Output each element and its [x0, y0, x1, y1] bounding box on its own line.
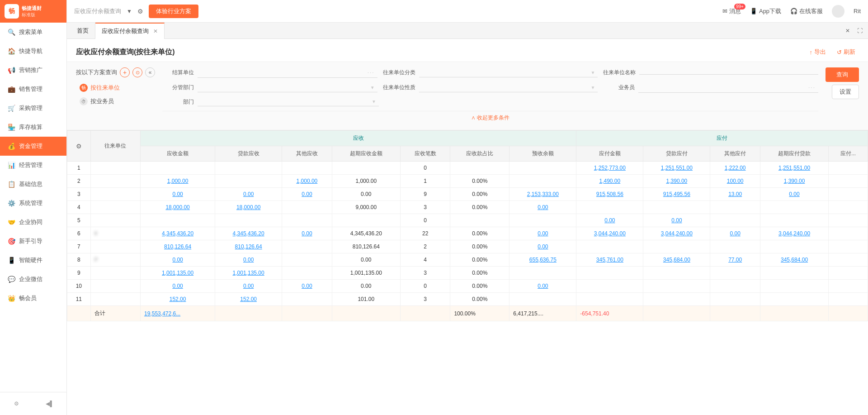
footer-ap-total: -654,751.40 [576, 306, 643, 321]
dept-input[interactable]: ▼ [198, 97, 379, 106]
table-row: 6¥4,345,436.204,345,436.200.004,345,436.… [67, 227, 868, 240]
sidebar-item-purchase[interactable]: 🛒 采购管理 [0, 99, 66, 118]
operations-icon: 📊 [7, 162, 15, 169]
unit-name-input[interactable] [639, 71, 818, 75]
sidebar-item-basic-info[interactable]: 📋 基础信息 [0, 175, 66, 194]
unit-category-input[interactable]: ▼ [419, 68, 598, 77]
sidebar-label-basic-info: 基础信息 [19, 180, 42, 188]
finance-icon: 💰 [7, 143, 15, 150]
filter-collapse-button[interactable]: « [145, 67, 155, 77]
logo-text: 畅捷通财 标准版 [22, 5, 42, 18]
header-service[interactable]: 🎧 在线客服 [790, 7, 823, 15]
col-overdue-ar: 超期应收金额 [332, 146, 400, 162]
col-ar-ratio: 应收款占比 [450, 146, 509, 162]
filter-row-2: 分管部门 ▼ 往来单位性质 ▼ [162, 82, 818, 93]
scheme-label-by-unit: 按往来单位 [90, 84, 120, 92]
header-gear-icon[interactable]: ⚙ [137, 8, 143, 15]
unit-nature-label: 往来单位性质 [383, 84, 415, 91]
sidebar-item-enterprise[interactable]: 🤝 企业协同 [0, 213, 66, 232]
header-app-download[interactable]: 📱 App下载 [750, 7, 781, 15]
sidebar-item-search[interactable]: 🔍 搜索菜单 [0, 23, 66, 42]
filter-field-settlement: 结算单位 ··· [162, 67, 377, 78]
unit-nature-input[interactable]: ▼ [419, 83, 598, 92]
header-promo-button[interactable]: 体验行业方案 [149, 5, 198, 18]
service-label: 在线客服 [799, 7, 823, 15]
col-group-ap: 应付 [576, 131, 868, 146]
scheme-icon-staff: ⏱ [80, 97, 88, 105]
export-button[interactable]: ↑ 导出 [806, 46, 830, 58]
refresh-icon: ↺ [837, 49, 842, 56]
sidebar-item-sales[interactable]: 💼 销售管理 [0, 80, 66, 99]
dept-manage-input[interactable]: ▼ [198, 83, 377, 92]
header-chevron-icon[interactable]: ▼ [127, 8, 132, 14]
sidebar-item-marketing[interactable]: 📢 营销推广 [0, 61, 66, 80]
footer-ar-total[interactable]: 19,553,472,6... [141, 306, 215, 321]
table-row: 11152.00152.00101.0030.00% [67, 293, 868, 306]
table-row: 100.000.000.000.0000.00%0.00 [67, 280, 868, 293]
col-prepaid: 预收余额 [509, 146, 576, 162]
sidebar-item-smart-hw[interactable]: 📱 智能硬件 [0, 251, 66, 270]
tab-expand-icon[interactable]: ⛶ [855, 26, 864, 36]
wechat-icon: 💬 [7, 276, 15, 283]
table-container[interactable]: ⚙ 往来单位 应收 应付 应收金额 贷款应 [67, 130, 868, 415]
sidebar-settings-btn[interactable]: ⚙ [0, 397, 33, 410]
scheme-icon-unit: 畅 [80, 84, 88, 92]
sidebar-label-guide: 新手引导 [19, 237, 42, 245]
sidebar-item-system[interactable]: ⚙️ 系统管理 [0, 194, 66, 213]
tab-close-window-icon[interactable]: ✕ [844, 26, 852, 36]
avatar[interactable] [832, 5, 844, 18]
footer-ar-ratio: 100.00% [450, 306, 509, 321]
table-row: 500.000.00 [67, 214, 868, 227]
filter-field-dept: 部门 ▼ [162, 97, 379, 106]
footer-unit: 合计 [90, 306, 140, 321]
footer-loan-ap [643, 306, 710, 321]
messages-badge: 99+ [734, 4, 745, 10]
sidebar-item-wechat[interactable]: 💬 企业微信 [0, 270, 66, 289]
scheme-item-by-unit[interactable]: 畅 按往来单位 [76, 82, 155, 94]
scheme-item-by-staff[interactable]: ⏱ 按业务员 [76, 95, 155, 107]
sidebar-label-search: 搜索菜单 [19, 28, 42, 36]
sidebar-item-guide[interactable]: 🎯 新手引导 [0, 232, 66, 251]
filter-field-salesperson: 业务员 ··· [603, 82, 818, 93]
col-other-ar: 其他应收 [282, 146, 332, 162]
collapse-more-button[interactable]: ∧ 收起更多条件 [162, 111, 818, 124]
username[interactable]: Rit [854, 8, 861, 14]
sidebar-item-operations[interactable]: 📊 经营管理 [0, 156, 66, 175]
tab-home[interactable]: 首页 [71, 23, 95, 39]
sidebar-item-quick-nav[interactable]: 🏠 快捷导航 [0, 42, 66, 61]
query-button[interactable]: 查询 [826, 67, 859, 82]
settlement-input[interactable]: ··· [198, 67, 377, 78]
unit-category-label: 往来单位分类 [383, 69, 415, 76]
col-group-ar-label: 应收 [353, 135, 364, 141]
tab-close-icon[interactable]: ✕ [153, 28, 158, 34]
header-messages[interactable]: ✉ 消息 99+ [722, 7, 741, 15]
table-row: 101,252,773.001,251,551.001,222.001,251,… [67, 162, 868, 175]
salesperson-input[interactable]: ··· [638, 82, 818, 93]
dept-label: 部门 [162, 98, 194, 106]
table-row: 8P0.000.000.0040.00%655,636.75345,761.00… [67, 253, 868, 267]
ar-ap-tab-label: 应收应付余额查询 [102, 27, 149, 35]
home-icon: 🏠 [7, 48, 15, 55]
sidebar-collapse-btn[interactable]: ◀▌ [33, 397, 67, 410]
unit-name-label: 往来单位名称 [603, 69, 636, 76]
sidebar-label-wechat: 企业微信 [19, 275, 42, 283]
table-settings-icon[interactable]: ⚙ [76, 143, 82, 150]
refresh-button[interactable]: ↺ 刷新 [833, 46, 859, 58]
dept-manage-label: 分管部门 [162, 84, 194, 91]
sidebar-label-marketing: 营销推广 [19, 66, 42, 74]
logo-title: 畅捷通财 [22, 5, 42, 12]
tab-ar-ap[interactable]: 应收应付余额查询 ✕ [95, 23, 165, 39]
footer-ar-count [400, 306, 450, 321]
page-content: 应收应付余额查询(按往来单位) ↑ 导出 ↺ 刷新 按以下方案查询 [67, 39, 868, 415]
table-group-header-row: ⚙ 往来单位 应收 应付 [67, 131, 868, 146]
filter-scheme-settings-button[interactable]: ⊙ [132, 67, 142, 77]
page-title: 应收应付余额查询(按往来单位) [76, 48, 175, 57]
sidebar-item-inventory[interactable]: 🏪 库存核算 [0, 118, 66, 137]
filter-add-button[interactable]: + [120, 67, 130, 77]
filter-scheme-panel: 按以下方案查询 + ⊙ « 畅 按往来单位 ⏱ 按业务员 [76, 67, 155, 124]
settings-button[interactable]: 设置 [832, 85, 859, 99]
table-row: 21,000.001,000.001,000.0010.00%1,490.001… [67, 175, 868, 188]
sidebar-item-finance[interactable]: 💰 资金管理 [0, 137, 66, 156]
sidebar-item-member[interactable]: 👑 畅会员 [0, 289, 66, 308]
chevron-up-icon: ∧ [471, 114, 477, 121]
